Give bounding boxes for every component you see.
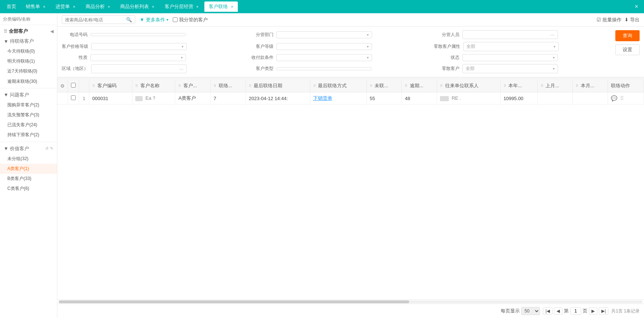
sidebar-item-class-b[interactable]: B类客户(33) (0, 174, 57, 184)
refresh-icon[interactable]: ↺ (45, 146, 49, 151)
filter-row-2: 客户价格等级 ▾ 客户等级 ▾ (62, 42, 611, 51)
settings-btn[interactable]: 设置 (615, 44, 640, 55)
th-this-year[interactable]: ⠿ 本年... (500, 80, 537, 92)
td-last-date: 2023-04-12 14:44: (246, 92, 310, 105)
page-prev-btn[interactable]: ◀ (554, 307, 562, 315)
query-btn[interactable]: 查询 (615, 30, 640, 41)
filter-label-retail-cust: 零散客户 (434, 66, 459, 72)
sidebar-item-churn-warning[interactable]: 流失预警客户(3) (0, 110, 57, 120)
chat-action-icon[interactable]: 💬 (611, 95, 617, 101)
nav-tab-analysis-list[interactable]: 商品分析列表 × (116, 1, 158, 12)
filter-input-retail-cust[interactable]: 全部 ▾ (462, 64, 558, 73)
th-level[interactable]: ⠿ 客户... (175, 80, 211, 92)
close-tab-contact[interactable]: × (231, 4, 233, 9)
page-next-btn[interactable]: ▶ (589, 307, 597, 315)
close-tab-segmentation[interactable]: × (196, 4, 198, 9)
td-checkbox[interactable] (68, 92, 79, 105)
nav-tab-segmentation[interactable]: 客户分层经营 × (160, 1, 203, 12)
row-checkbox[interactable] (71, 95, 76, 100)
page-last-btn[interactable]: ▶| (599, 307, 608, 315)
nav-tab-analysis[interactable]: 商品分析 × (81, 1, 114, 12)
sidebar-item-churned[interactable]: 已流失客户(24) (0, 120, 57, 130)
sidebar-search-wrap: 🔍 (0, 13, 57, 25)
region-dots-icon[interactable]: ··· (179, 66, 183, 72)
filter-input-payment[interactable]: ▾ (276, 54, 372, 61)
sidebar-item-today[interactable]: 今天待联络(0) (0, 46, 57, 56)
sidebar-search-input[interactable] (3, 17, 57, 22)
sidebar-item-tomorrow[interactable]: 明天待联络(1) (0, 56, 57, 66)
filter-input-cust-type[interactable] (276, 67, 372, 70)
filter-input-retail-attr[interactable]: 全部 ▾ (463, 42, 559, 51)
more-action-icon[interactable]: ⠿ (620, 95, 624, 101)
sidebar-item-declining[interactable]: 持续下滑客户(2) (0, 130, 57, 140)
sidebar-collapse-icon[interactable]: ◀ (50, 29, 53, 34)
td-last-method[interactable]: 下销货单 (310, 92, 366, 105)
page-size-dropdown[interactable]: 50 100 200 (521, 307, 540, 315)
filter-label-dept: 分管部门 (248, 32, 273, 38)
close-tab-analysis-list[interactable]: × (152, 4, 154, 9)
th-overdue[interactable]: ⠿ 逾期... (402, 80, 437, 92)
filter-input-nature[interactable]: ▾ (90, 54, 186, 61)
sidebar-item-overdue[interactable]: 逾期未联络(30) (0, 77, 57, 86)
person-dots-icon[interactable]: ··· (550, 32, 555, 38)
filter-field-retail-cust: 零散客户 全部 ▾ (434, 64, 611, 73)
sidebar: 🔍 ⠿ 全部客户 ◀ ▼ 待联络客户 今天待联络(0) 明天待联络(1) 近7天… (0, 13, 57, 318)
sidebar-group-problem[interactable]: ▼ 问题客户 (0, 90, 57, 100)
filter-buttons: 查询 设置 (615, 30, 640, 73)
th-company-contact[interactable]: ⠿ 往来单位联系人 (437, 80, 501, 92)
export-btn[interactable]: ⬇ 导出 (625, 17, 640, 23)
filter-input-dept[interactable]: ▾ (276, 31, 372, 38)
scrollbar-track[interactable] (59, 300, 643, 303)
th-last-method[interactable]: ⠿ 最后联络方式 (310, 80, 366, 92)
filter-input-status[interactable]: ▾ (462, 54, 558, 61)
my-customers-checkbox[interactable] (173, 17, 178, 22)
filter-my-customers[interactable]: 我分管的客户 (173, 17, 208, 23)
horizontal-scrollbar[interactable] (57, 299, 644, 304)
nav-tab-sales[interactable]: 销售单 × (21, 1, 50, 12)
scrollbar-thumb[interactable] (59, 300, 409, 303)
sidebar-group-pending[interactable]: ▼ 待联络客户 (0, 36, 57, 46)
th-this-month[interactable]: ⠿ 本月... (573, 80, 608, 92)
filter-label-phone: 电话号码 (62, 32, 87, 38)
select-all-checkbox[interactable] (71, 83, 76, 88)
sidebar-item-stockpile[interactable]: 囤购异常客户(2) (0, 100, 57, 110)
filter-field-region: 区域（地区） ··· (62, 64, 239, 73)
window-close-icon[interactable]: × (632, 2, 641, 11)
filter-input-phone[interactable] (90, 33, 186, 36)
filter-more-btn[interactable]: ▼ 更多条件 ▾ (140, 17, 168, 23)
th-no-contact[interactable]: ⠿ 未联... (366, 80, 402, 92)
edit-icon[interactable]: ✎ (50, 146, 53, 151)
filter-input-person[interactable]: ··· (462, 30, 558, 39)
th-contact-count[interactable]: ⠿ 联络... (211, 80, 246, 92)
sidebar-item-class-c[interactable]: C类客户(6) (0, 184, 57, 194)
close-tab-sales[interactable]: × (43, 4, 45, 9)
th-last-month[interactable]: ⠿ 上月... (537, 80, 573, 92)
all-customers-header: ⠿ 全部客户 ◀ (0, 25, 57, 36)
batch-operations-btn[interactable]: ☑ 批量操作 (597, 17, 622, 23)
filter-icon: ▼ (140, 17, 144, 22)
th-last-date[interactable]: ⠿ 最后联络日期 (246, 80, 310, 92)
filter-input-cust-level[interactable]: ▾ (276, 43, 372, 50)
nav-tab-purchase[interactable]: 进货单 × (51, 1, 79, 12)
filter-search-wrap[interactable]: 🔍 (62, 15, 135, 24)
th-checkbox[interactable] (68, 80, 79, 92)
filter-input-price-level[interactable]: ▾ (91, 43, 187, 50)
settings-gear-icon[interactable]: ⚙ (60, 83, 65, 89)
sidebar-item-ungroup[interactable]: 未分组(32) (0, 154, 57, 164)
export-icon: ⬇ (625, 17, 629, 22)
th-name[interactable]: ⠿ 客户名称 (132, 80, 175, 92)
th-code[interactable]: ⠿ 客户编码 (89, 80, 132, 92)
page-number-input[interactable] (570, 307, 581, 315)
sidebar-item-class-a[interactable]: A类客户(1) (0, 164, 57, 174)
close-tab-analysis[interactable]: × (108, 4, 110, 9)
th-settings[interactable]: ⚙ (57, 80, 68, 92)
sidebar-item-week[interactable]: 近7天待联络(0) (0, 66, 57, 76)
close-tab-purchase[interactable]: × (73, 4, 75, 9)
last-method-link[interactable]: 下销货单 (313, 95, 332, 101)
page-first-btn[interactable]: |◀ (543, 307, 552, 315)
nav-tab-contact[interactable]: 客户联络 × (204, 1, 237, 12)
td-company-contact: RE . (437, 92, 501, 105)
nav-home[interactable]: 首页 (3, 2, 20, 11)
filter-search-input[interactable] (65, 17, 125, 22)
filter-input-region[interactable]: ··· (91, 64, 187, 73)
